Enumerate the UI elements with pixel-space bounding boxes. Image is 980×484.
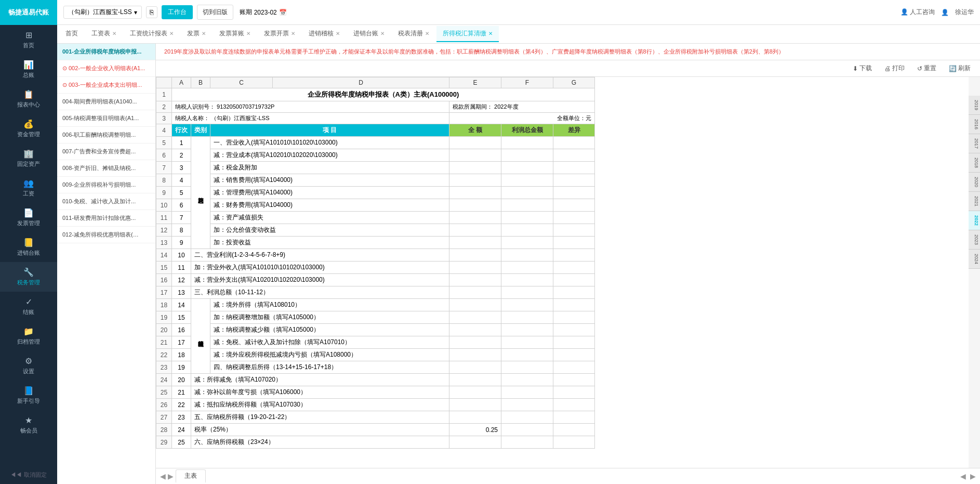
sidebar-item-tax[interactable]: 🔧 税务管理: [0, 262, 57, 292]
sidebar-item-archive[interactable]: 📁 归档管理: [0, 321, 57, 351]
col-row-num: [156, 77, 172, 88]
sidebar-item-member[interactable]: ★ 畅会员: [0, 410, 57, 440]
download-button[interactable]: ⬇ 下载: [850, 62, 875, 74]
form-list-item-005[interactable]: 005-纳税调整项目明细表(A1...: [57, 110, 155, 127]
spreadsheet-container[interactable]: A B C D E F G 1 企业所得税年度纳税申报: [156, 77, 969, 468]
sidebar-item-home[interactable]: ⊞ 首页: [0, 25, 57, 55]
topbar: （勾刷）江西服宝-LSS ▾ ⎘ 工作台 切到旧版 账期 2023-02 📅 👤…: [57, 0, 980, 25]
sidebar-item-report[interactable]: 📋 报表中心: [0, 84, 57, 114]
form-list-item-002[interactable]: ⊙002-一般企业收入明细表(A1...: [57, 60, 155, 77]
tab-salary-report-close[interactable]: ✕: [169, 31, 174, 36]
sidebar-item-label: 结账: [23, 308, 34, 316]
year-nav-2024[interactable]: 2024: [969, 250, 980, 269]
sheet-tab-main[interactable]: 主表: [176, 469, 206, 483]
form-list-item-008[interactable]: 008-资产折旧、摊销及纳税...: [57, 160, 155, 177]
year-nav-2023[interactable]: 2023: [969, 230, 980, 250]
year-nav-2020[interactable]: 2020: [969, 173, 980, 192]
category-profit: 利润总额计算: [191, 137, 210, 249]
refresh-icon: 🔄: [949, 65, 957, 72]
scroll-left-icon[interactable]: ◀: [960, 472, 966, 480]
tab-purchcheck[interactable]: 进销稽核 ✕: [302, 26, 346, 42]
tab-purchledger[interactable]: 进销台账 ✕: [347, 26, 391, 42]
settings-icon: ⚙: [25, 356, 32, 366]
sidebar-item-invoice[interactable]: 📄 发票管理: [0, 203, 57, 232]
tab-home[interactable]: 首页: [59, 26, 84, 42]
tab-purchcheck-close[interactable]: ✕: [336, 31, 340, 36]
table-row: 6 2 减：营业成本(填写A102010\102020\103000): [156, 149, 595, 162]
sheet-toolbar: ⬇ 下载 🖨 打印 ↺ 重置 🔄 刷新: [156, 60, 980, 77]
sheet-nav-next[interactable]: ▶: [168, 472, 174, 480]
refresh-button[interactable]: 🔄 刷新: [946, 62, 974, 74]
reset-button[interactable]: ↺ 重置: [914, 62, 939, 74]
tab-salary-report[interactable]: 工资统计报表 ✕: [124, 26, 180, 42]
print-icon: 🖨: [884, 65, 891, 72]
sidebar-item-salary[interactable]: 👥 工资: [0, 173, 57, 203]
table-row: 29 25 六、应纳所得税额（23×24）: [156, 436, 595, 449]
unpin-icon: ◀◀: [10, 472, 22, 478]
reset-icon: ↺: [917, 65, 922, 72]
sidebar-item-guide[interactable]: 📘 新手引导: [0, 381, 57, 410]
form-list-item-001[interactable]: 001-企业所得税年度纳税申报...: [57, 44, 155, 60]
tab-income-tax[interactable]: 所得税汇算清缴 ✕: [436, 26, 499, 42]
old-version-button[interactable]: 切到旧版: [197, 5, 233, 20]
form-list-item-009[interactable]: 009-企业所得税补亏损明细...: [57, 177, 155, 193]
sidebar-item-settings[interactable]: ⚙ 设置: [0, 351, 57, 381]
tab-invoice-open-close[interactable]: ✕: [291, 31, 295, 36]
row-num-3: 3: [156, 113, 172, 124]
tab-taxlist[interactable]: 税表清册 ✕: [392, 26, 435, 42]
year-nav-2022[interactable]: 2022: [969, 211, 980, 230]
form-list-item-012[interactable]: 012-减免所得税优惠明细表(…: [57, 227, 155, 243]
col-f: F: [501, 77, 553, 88]
tab-invoice-calc[interactable]: 发票算账 ✕: [213, 26, 257, 42]
table-row: 28 24 税率（25%） 0.25: [156, 424, 595, 436]
table-row: 16 12 减：营业外支出(填写A102010\102020\103000): [156, 274, 595, 286]
scroll-right-icon[interactable]: ▶: [970, 472, 976, 480]
sidebar-unpin[interactable]: ◀◀ 取消固定: [0, 466, 57, 484]
sidebar-item-close[interactable]: ✓ 结账: [0, 292, 57, 321]
table-row: 14 10 二、营业利润(1-2-3-4-5-6-7-8+9): [156, 249, 595, 261]
col-a: A: [172, 77, 191, 88]
form-list-item-006[interactable]: 006-职工薪酬纳税调整明细...: [57, 127, 155, 143]
tab-salary-close[interactable]: ✕: [112, 31, 116, 36]
period-selector[interactable]: 账期 2023-02 📅: [240, 8, 287, 17]
year-nav-2017[interactable]: 2017: [969, 134, 980, 153]
tab-invoice-close[interactable]: ✕: [202, 31, 206, 36]
sidebar-item-purchsale[interactable]: 📒 进销台账: [0, 232, 57, 262]
print-button[interactable]: 🖨 打印: [881, 62, 908, 74]
workbench-button[interactable]: 工作台: [162, 5, 193, 19]
sidebar-item-ledger[interactable]: 📊 总账: [0, 55, 57, 84]
form-list-item-011[interactable]: 011-研发费用加计扣除优惠...: [57, 210, 155, 227]
copy-icon-btn[interactable]: ⎘: [146, 6, 157, 18]
year-nav-2021[interactable]: 2021: [969, 192, 980, 211]
assets-icon: 🏢: [23, 149, 34, 159]
form-list-item-004[interactable]: 004-期间费用明细表(A1040...: [57, 94, 155, 110]
sidebar-item-funds[interactable]: 💰 资金管理: [0, 114, 57, 143]
tab-taxlist-close[interactable]: ✕: [425, 31, 429, 36]
tab-purchledger-close[interactable]: ✕: [380, 31, 385, 36]
ai-consult-btn[interactable]: 👤 人工咨询: [900, 8, 935, 17]
year-nav-2016[interactable]: 2016: [969, 115, 980, 134]
table-row: 9 5 减：管理费用(填写A104000): [156, 187, 595, 199]
form-list-item-003[interactable]: ⊙003-一般企业成本支出明细...: [57, 77, 155, 94]
tab-income-tax-close[interactable]: ✕: [488, 31, 493, 36]
topbar-right: 👤 人工咨询 👤 徐运华: [900, 8, 974, 17]
member-icon: ★: [25, 415, 32, 425]
table-row: 23 19 四、纳税调整后所得（13-14+15-16-17+18）: [156, 361, 595, 374]
form-list-item-010[interactable]: 010-免税、减计收入及加计...: [57, 193, 155, 210]
tab-invoice-open[interactable]: 发票开票 ✕: [258, 26, 301, 42]
tab-salary[interactable]: 工资表 ✕: [85, 26, 123, 42]
sheet-nav-prev[interactable]: ◀: [160, 472, 166, 480]
table-row: 22 18 减：境外应税所得税抵减境内亏损（填写A108000）: [156, 349, 595, 361]
ledger-icon: 📊: [23, 60, 34, 70]
tab-invoice-calc-close[interactable]: ✕: [246, 31, 250, 36]
sidebar-item-assets[interactable]: 🏢 固定资产: [0, 143, 57, 173]
col-label-amount: 全 额: [449, 124, 501, 137]
row-num-4: 4: [156, 124, 172, 137]
year-nav-2019[interactable]: 2019: [969, 96, 980, 115]
form-list-item-007[interactable]: 007-广告费和业务宣传费超...: [57, 143, 155, 160]
report-icon: 📋: [23, 89, 34, 99]
tab-invoice[interactable]: 发票 ✕: [181, 26, 212, 42]
home-icon: ⊞: [25, 30, 32, 40]
year-nav-2018[interactable]: 2018: [969, 153, 980, 173]
company-selector[interactable]: （勾刷）江西服宝-LSS ▾: [63, 6, 142, 19]
